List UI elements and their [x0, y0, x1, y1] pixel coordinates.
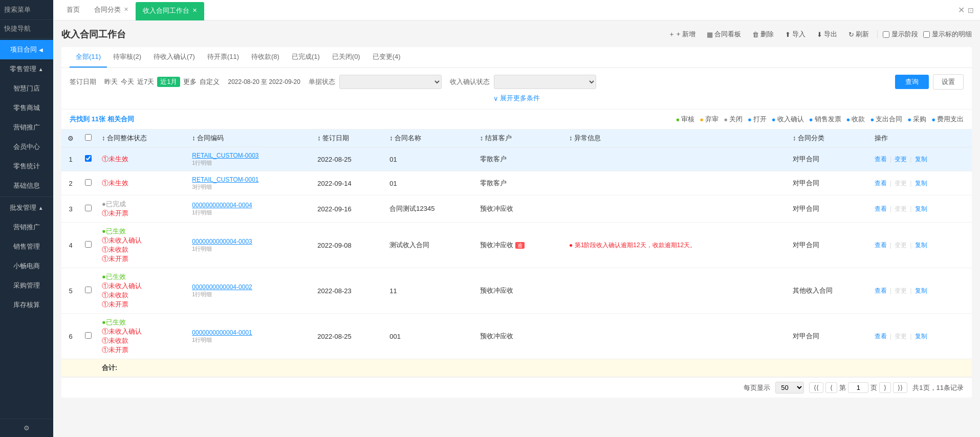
open-button[interactable]: ● 打开 [748, 115, 767, 124]
sidebar-item-ecommerce[interactable]: 小畅电商 [0, 256, 53, 276]
import-button[interactable]: ⬆ 导入 [782, 28, 809, 41]
filter-tab-changed[interactable]: 已变更(4) [366, 47, 407, 68]
row-checkbox[interactable] [85, 241, 92, 248]
contract-code-link[interactable]: 0000000000004-0002 [192, 283, 252, 291]
sidebar-item-basic-info[interactable]: 基础信息 [0, 176, 53, 195]
contract-code-link[interactable]: 0000000000004-0004 [192, 202, 252, 209]
filter-tab-completed[interactable]: 已完成(1) [286, 47, 326, 68]
date-btn-yesterday[interactable]: 昨天 [104, 77, 118, 86]
show-detail-checkbox[interactable]: 显示标的明细 [923, 30, 972, 39]
contract-code-link[interactable]: RETAIL_CUSTOM-0003 [192, 152, 258, 159]
copy-link[interactable]: 复制 [915, 332, 927, 341]
row-checkbox[interactable] [85, 179, 92, 186]
edit-link[interactable]: 变更 [895, 179, 907, 188]
contract-code-link[interactable]: 0000000000004-0001 [192, 329, 252, 336]
row-checkbox[interactable] [85, 155, 92, 162]
select-all-checkbox[interactable] [85, 134, 92, 141]
abandon-button[interactable]: ● 弃审 [700, 115, 718, 124]
filter-tab-all[interactable]: 全部(11) [70, 47, 107, 68]
contract-code-link[interactable]: 0000000000004-0003 [192, 238, 252, 245]
edit-link[interactable]: 变更 [895, 241, 907, 250]
prev-page-button[interactable]: ⟨ [825, 382, 837, 393]
view-link[interactable]: 查看 [875, 155, 887, 164]
filter-tab-pending-payment[interactable]: 待收款(8) [245, 47, 286, 68]
refresh-button[interactable]: ↻ 刷新 [845, 28, 872, 41]
edit-link[interactable]: 变更 [895, 287, 907, 295]
copy-link[interactable]: 复制 [915, 155, 927, 164]
filter-tab-pending-invoice[interactable]: 待开票(11) [201, 47, 245, 68]
view-link[interactable]: 查看 [875, 205, 887, 213]
cell-checkbox[interactable] [80, 223, 97, 268]
cell-checkbox[interactable] [80, 147, 97, 171]
sidebar-item-member[interactable]: 会员中心 [0, 137, 53, 157]
add-button[interactable]: ＋ + 新增 [665, 28, 699, 41]
page-size-select[interactable]: 50 100 200 [775, 382, 804, 394]
cell-checkbox[interactable] [80, 268, 97, 314]
settings-icon[interactable]: ⚙ [68, 135, 74, 142]
last-page-button[interactable]: ⟩⟩ [893, 382, 907, 393]
sidebar-item-retail-stats[interactable]: 零售统计 [0, 157, 53, 176]
close-button[interactable]: ● 关闭 [724, 115, 743, 124]
sidebar-item-retail-mall[interactable]: 零售商城 [0, 98, 53, 118]
edit-link[interactable]: 变更 [895, 332, 907, 341]
sidebar-item-project[interactable]: 项目合同 ◀ [0, 40, 53, 59]
sidebar-item-inventory[interactable]: 库存核算 [0, 295, 53, 315]
show-stages-input[interactable] [883, 31, 889, 38]
date-btn-today[interactable]: 今天 [121, 77, 134, 86]
review-button[interactable]: ● 审核 [676, 115, 694, 124]
setting-button[interactable]: 设置 [933, 74, 964, 90]
next-page-button[interactable]: ⟩ [879, 382, 891, 393]
date-btn-1month[interactable]: 近1月 [157, 77, 180, 87]
copy-link[interactable]: 复制 [915, 205, 927, 213]
date-btn-7days[interactable]: 近7天 [137, 77, 154, 86]
edit-link[interactable]: 变更 [895, 205, 907, 213]
cell-checkbox[interactable] [80, 314, 97, 359]
window-restore-icon[interactable]: ⊡ [968, 6, 974, 14]
date-btn-more[interactable]: 更多 [183, 77, 197, 86]
payout-contract-button[interactable]: ● 支出合同 [870, 115, 902, 124]
tab-close-contract-cat[interactable]: ✕ [124, 6, 128, 13]
purchase-button[interactable]: ● 采购 [907, 115, 926, 124]
tab-contract-cat[interactable]: 合同分类 ✕ [87, 0, 136, 20]
expense-out-button[interactable]: ● 费用支出 [931, 115, 964, 124]
sidebar-item-batch-mgmt[interactable]: 批发管理 ▲ [0, 198, 53, 217]
sidebar-settings[interactable]: ⚙ [0, 419, 53, 437]
cell-checkbox[interactable] [80, 171, 97, 195]
col-settings[interactable]: ⚙ [61, 129, 80, 147]
cell-checkbox[interactable] [80, 195, 97, 223]
window-close-icon[interactable]: ✕ [958, 5, 965, 15]
filter-tab-pending-income[interactable]: 待收入确认(7) [147, 47, 201, 68]
show-stages-checkbox[interactable]: 显示阶段 [883, 30, 918, 39]
sidebar-item-smart-store[interactable]: 智慧门店 [0, 79, 53, 98]
sidebar-quick-nav[interactable]: 快捷导航 [0, 20, 53, 37]
expand-btn[interactable]: ∨ 展开更多条件 [493, 94, 540, 103]
sidebar-item-marketing[interactable]: 营销推广 [0, 118, 53, 137]
export-button[interactable]: ⬇ 导出 [814, 28, 840, 41]
copy-link[interactable]: 复制 [915, 241, 927, 250]
tab-close-income-contract[interactable]: ✕ [192, 7, 197, 14]
filter-tab-closed[interactable]: 已关闭(0) [326, 47, 366, 68]
date-btn-custom[interactable]: 自定义 [200, 77, 220, 86]
page-input[interactable] [848, 382, 868, 393]
row-checkbox[interactable] [85, 287, 92, 293]
doc-status-select[interactable] [339, 75, 442, 89]
filter-tab-pending-review[interactable]: 待审核(2) [107, 47, 147, 68]
col-checkbox-header[interactable] [80, 129, 97, 147]
first-page-button[interactable]: ⟨⟨ [809, 382, 823, 393]
view-link[interactable]: 查看 [875, 241, 887, 250]
show-detail-input[interactable] [923, 31, 930, 38]
sidebar-item-marketing2[interactable]: 营销推广 [0, 217, 53, 237]
tab-income-contract[interactable]: 收入合同工作台 ✕ [136, 2, 204, 20]
view-link[interactable]: 查看 [875, 332, 887, 341]
copy-link[interactable]: 复制 [915, 179, 927, 188]
tab-home[interactable]: 首页 [59, 0, 87, 20]
row-checkbox[interactable] [85, 205, 92, 211]
view-link[interactable]: 查看 [875, 179, 887, 188]
sidebar-item-purchase[interactable]: 采购管理 [0, 276, 53, 295]
delete-button[interactable]: 🗑 删除 [749, 28, 777, 41]
view-link[interactable]: 查看 [875, 287, 887, 295]
sidebar-item-retail-mgmt[interactable]: 零售管理 ▲ [0, 59, 53, 79]
income-confirm-button[interactable]: ● 收入确认 [772, 115, 804, 124]
kanban-button[interactable]: ▦ 合同看板 [704, 28, 744, 41]
sidebar-item-sales-mgmt[interactable]: 销售管理 [0, 237, 53, 256]
